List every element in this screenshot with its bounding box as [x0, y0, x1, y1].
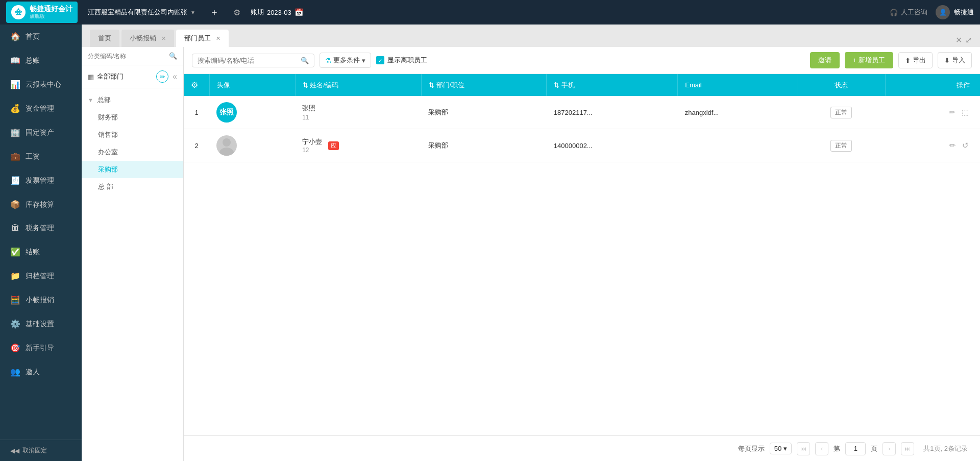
export-button[interactable]: ⬆ 导出: [898, 52, 933, 68]
dept-child-general[interactable]: 总 部: [82, 178, 183, 196]
logo-area: 会 畅捷通好会计 旗舰版: [6, 2, 78, 23]
salary-icon: 💼: [10, 152, 20, 161]
reports-icon: 📊: [10, 80, 20, 89]
company-selector[interactable]: 江西服宝精品有限责任公司内账张 ▼: [84, 6, 200, 19]
service-button[interactable]: 🎧 人工咨询: [890, 8, 927, 17]
refresh-icon[interactable]: ↺: [962, 141, 969, 150]
total-info: 共1页, 2条记录: [923, 444, 968, 453]
page-next-button[interactable]: ›: [883, 442, 896, 455]
tab-expense-close[interactable]: ✕: [161, 35, 166, 42]
user-name: 畅捷通: [954, 8, 974, 17]
header-right: 🎧 人工咨询 👤 畅捷通: [890, 5, 974, 19]
page-first-button[interactable]: ⏮: [797, 442, 810, 455]
col-dept[interactable]: ⇅ 部门/职位: [421, 74, 546, 96]
edit-icon[interactable]: ✏: [949, 108, 955, 117]
add-tab-button[interactable]: ＋: [206, 4, 223, 20]
archive-icon: 📁: [10, 271, 20, 281]
sidebar-item-archive[interactable]: 📁 归档管理: [0, 264, 82, 288]
add-employee-button[interactable]: + 新增员工: [845, 52, 893, 68]
pending-tag: 应: [328, 141, 339, 150]
tab-expense-label: 小畅报销: [130, 34, 156, 43]
sidebar-item-assets[interactable]: 🏢 固定资产: [0, 120, 82, 144]
headset-icon: 🎧: [890, 9, 898, 16]
sidebar-item-invoice[interactable]: 🧾 发票管理: [0, 168, 82, 192]
page-label: 页: [871, 444, 877, 453]
company-name: 江西服宝精品有限责任公司内账张: [88, 8, 187, 17]
sidebar-label-inventory: 库存核算: [26, 200, 54, 209]
tab-dept-employee[interactable]: 部门员工 ✕: [176, 30, 229, 47]
dept-child-finance[interactable]: 财务部: [82, 109, 183, 126]
page-size-select[interactable]: 50 ▾: [770, 443, 792, 454]
page-size-arrow: ▾: [783, 445, 787, 452]
sidebar-item-salary[interactable]: 💼 工资: [0, 144, 82, 168]
sidebar-item-guide[interactable]: 🎯 新手引导: [0, 336, 82, 360]
col-settings[interactable]: ⚙: [184, 74, 209, 96]
emp-code: 12: [302, 147, 322, 154]
filter-chevron-icon: ▾: [362, 57, 365, 64]
tab-expand-icon[interactable]: ⤢: [965, 35, 972, 45]
dept-child-purchase[interactable]: 采购部: [82, 161, 183, 178]
employee-panel: 🔍 ⚗ 更多条件 ▾ ✓ 显示离职员工 邀请: [184, 47, 980, 461]
avatar: 张照: [216, 102, 237, 123]
invoice-icon: 🧾: [10, 176, 20, 185]
sidebar-label-reports: 云报表中心: [26, 80, 61, 89]
logout-icon[interactable]: ⬚: [962, 108, 969, 117]
dept-edit-button[interactable]: ✏: [156, 70, 168, 83]
settings-icon: ⚙️: [10, 319, 20, 329]
all-depts-label[interactable]: ▦ 全部部门: [88, 72, 124, 81]
employee-search-input[interactable]: [198, 57, 298, 64]
sidebar-item-expense[interactable]: 🧮 小畅报销: [0, 288, 82, 312]
header-settings-button[interactable]: ⚙: [229, 6, 244, 19]
dept-panel: 🔍 ▦ 全部部门 ✏ « ▼: [82, 47, 184, 461]
sidebar-item-tax[interactable]: 🏛 税务管理: [0, 216, 82, 240]
dept-child-sales[interactable]: 销售部: [82, 126, 183, 143]
page-input[interactable]: [845, 442, 866, 455]
calendar-icon[interactable]: 📅: [295, 8, 303, 16]
edit-icon[interactable]: ✏: [949, 141, 956, 150]
tab-close-all-icon[interactable]: ✕: [955, 35, 962, 45]
col-name[interactable]: ⇅ 姓名/编码: [295, 74, 421, 96]
page-last-button[interactable]: ⏭: [901, 442, 914, 455]
tab-home[interactable]: 首页: [90, 30, 119, 47]
sidebar-item-funds[interactable]: 💰 资金管理: [0, 96, 82, 120]
col-phone[interactable]: ⇅ 手机: [547, 74, 678, 96]
svg-point-1: [219, 148, 234, 156]
row2-status-cell: 正常: [797, 129, 885, 162]
show-resigned-checkbox[interactable]: ✓ 显示离职员工: [376, 56, 427, 65]
sidebar-item-settings[interactable]: ⚙️ 基础设置: [0, 312, 82, 336]
row1-email-cell: zhangxidf...: [678, 96, 797, 129]
filter-button[interactable]: ⚗ 更多条件 ▾: [320, 53, 371, 68]
unpin-label: 取消固定: [22, 446, 47, 455]
sidebar-item-ledger[interactable]: 📖 总账: [0, 48, 82, 72]
account-period-value: 2023-03: [267, 9, 291, 16]
dept-child-office[interactable]: 办公室: [82, 143, 183, 161]
unpin-button[interactable]: ◀◀ 取消固定: [0, 440, 82, 461]
invite-button[interactable]: 邀请: [810, 52, 840, 68]
tab-expense[interactable]: 小畅报销 ✕: [121, 30, 174, 47]
sidebar-label-settings: 基础设置: [26, 320, 54, 329]
sidebar-item-inventory[interactable]: 📦 库存核算: [0, 192, 82, 216]
tab-dept-close[interactable]: ✕: [216, 35, 220, 42]
main-layout: 🏠 首页 📖 总账 📊 云报表中心 💰 资金管理 🏢 固定资产 💼 工资 🧾 发…: [0, 25, 980, 461]
sidebar-item-invite[interactable]: 👥 邀人: [0, 360, 82, 384]
row2-email-cell: [678, 129, 797, 162]
sidebar-item-home[interactable]: 🏠 首页: [0, 25, 82, 48]
emp-code: 11: [302, 114, 414, 121]
avatar: [216, 135, 237, 156]
dept-search-input[interactable]: [88, 53, 166, 60]
table-settings-icon[interactable]: ⚙: [191, 81, 198, 89]
row2-phone-cell: 140000002...: [547, 129, 678, 162]
dept-collapse-button[interactable]: «: [173, 72, 177, 81]
home-icon: 🏠: [10, 32, 20, 41]
row1-dept-cell: 采购部: [421, 96, 546, 129]
sidebar-label-checkout: 结账: [26, 248, 40, 257]
tree-arrow-icon: ▼: [88, 97, 93, 103]
sidebar-item-reports[interactable]: 📊 云报表中心: [0, 72, 82, 96]
employee-table: ⚙ 头像 ⇅ 姓名/编码 ⇅ 部门/职位: [184, 74, 980, 162]
import-button[interactable]: ⬇ 导入: [938, 52, 972, 68]
dept-parent-zongbu: ▼ 总部: [82, 91, 183, 109]
sidebar-item-checkout[interactable]: ✅ 结账: [0, 240, 82, 264]
row2-action-cell: ✏ ↺: [886, 129, 981, 162]
page-prev-button[interactable]: ‹: [815, 442, 828, 455]
employee-table-body: 1 张照 张照 11: [184, 96, 980, 162]
